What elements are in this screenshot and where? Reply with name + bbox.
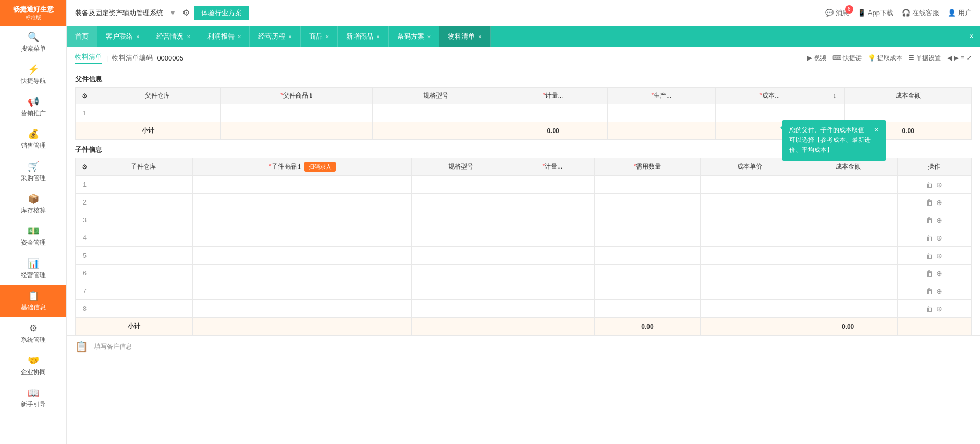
copy-icon-7[interactable]: ⊕ (936, 287, 942, 295)
next-page-icon[interactable]: ▶ (954, 54, 959, 62)
sidebar-item-快捷导航[interactable]: ⚡ 快捷导航 (0, 58, 66, 91)
child-row-7-product[interactable] (192, 282, 412, 300)
child-row-4-unit[interactable] (510, 229, 595, 247)
child-row-7-unit[interactable] (510, 282, 595, 300)
child-row-4-unit-cost[interactable] (700, 229, 799, 247)
copy-icon-3[interactable]: ⊕ (936, 216, 942, 224)
child-row-3-needed[interactable] (595, 211, 701, 229)
child-row-1-warehouse[interactable] (94, 176, 193, 194)
nav-tab-8[interactable]: 物料清单× (439, 26, 490, 47)
app-download-button[interactable]: 📱 App下载 (858, 8, 893, 18)
delete-icon-5[interactable]: 🗑 (926, 251, 933, 260)
nav-tab-5[interactable]: 商品× (301, 26, 338, 47)
child-row-7-spec[interactable] (412, 282, 510, 300)
sidebar-item-资金管理[interactable]: 💵 资金管理 (0, 220, 66, 253)
child-row-5-product[interactable] (192, 247, 412, 265)
child-row-3-product[interactable] (192, 211, 412, 229)
expand-icon[interactable]: ⤢ (966, 54, 972, 62)
child-row-4-spec[interactable] (412, 229, 510, 247)
copy-icon-6[interactable]: ⊕ (936, 269, 942, 278)
child-row-1-unit-cost[interactable] (700, 176, 799, 194)
bill-code-tab[interactable]: 物料清单编码 (112, 53, 153, 63)
nav-tab-close-6[interactable]: × (376, 33, 379, 40)
user-button[interactable]: 👤 用户 (948, 8, 972, 18)
nav-tab-3[interactable]: 利润报告× (199, 26, 250, 47)
sidebar-item-采购管理[interactable]: 🛒 采购管理 (0, 155, 66, 188)
child-row-5-needed[interactable] (595, 247, 701, 265)
parent-row-1-production[interactable] (607, 104, 716, 122)
online-service-button[interactable]: 🎧 在线客服 (902, 8, 939, 18)
child-row-6-unit-cost[interactable] (700, 265, 799, 282)
child-row-3-unit[interactable] (510, 211, 595, 229)
sidebar-item-营销推广[interactable]: 📢 营销推广 (0, 91, 66, 123)
child-row-6-spec[interactable] (412, 265, 510, 282)
nav-tab-close-1[interactable]: × (136, 33, 139, 40)
video-action[interactable]: ▶ 视频 (807, 54, 826, 63)
note-icon[interactable]: 📋 (75, 340, 88, 353)
child-row-3-spec[interactable] (412, 211, 510, 229)
child-row-4-product[interactable] (192, 229, 412, 247)
delete-icon-7[interactable]: 🗑 (926, 287, 933, 295)
child-row-1-unit[interactable] (510, 176, 595, 194)
child-row-5-unit-cost[interactable] (700, 247, 799, 265)
delete-icon-4[interactable]: 🗑 (926, 234, 933, 242)
child-row-4-warehouse[interactable] (94, 229, 193, 247)
sidebar-item-基础信息[interactable]: 📋 基础信息 (0, 285, 66, 317)
scan-button[interactable]: 扫码录入 (304, 162, 336, 172)
child-row-7-unit-cost[interactable] (700, 282, 799, 300)
child-row-2-unit-cost[interactable] (700, 194, 799, 211)
nav-tab-1[interactable]: 客户联络× (97, 26, 148, 47)
dropdown-icon[interactable]: ▼ (169, 9, 176, 17)
tooltip-close-icon[interactable]: ✕ (874, 125, 879, 135)
child-row-6-warehouse[interactable] (94, 265, 193, 282)
sidebar-item-搜索菜单[interactable]: 🔍 搜索菜单 (0, 26, 66, 58)
parent-row-1-unit[interactable] (499, 104, 607, 122)
nav-tab-close-5[interactable]: × (326, 33, 329, 40)
copy-icon-1[interactable]: ⊕ (936, 181, 942, 189)
cost-action[interactable]: 💡 提取成本 (868, 54, 902, 63)
child-row-2-unit[interactable] (510, 194, 595, 211)
child-row-3-unit-cost[interactable] (700, 211, 799, 229)
nav-tab-close-8[interactable]: × (478, 33, 481, 40)
copy-icon-2[interactable]: ⊕ (936, 198, 942, 207)
settings-action[interactable]: ☰ 单据设置 (909, 54, 941, 63)
parent-row-1-cost[interactable] (716, 104, 824, 122)
nav-tab-7[interactable]: 条码方案× (389, 26, 439, 47)
sidebar-item-库存核算[interactable]: 📦 库存核算 (0, 188, 66, 220)
child-col-gear[interactable]: ⚙ (76, 158, 94, 176)
delete-icon-1[interactable]: 🗑 (926, 181, 933, 189)
nav-tab-close-2[interactable]: × (187, 33, 190, 40)
nav-tab-close-3[interactable]: × (238, 33, 241, 40)
nav-tab-6[interactable]: 新增商品× (338, 26, 388, 47)
parent-row-1-spec[interactable] (372, 104, 499, 122)
trial-button[interactable]: 体验行业方案 (194, 6, 249, 20)
menu-icon[interactable]: ≡ (961, 54, 964, 62)
child-row-1-needed[interactable] (595, 176, 701, 194)
child-row-2-warehouse[interactable] (94, 194, 193, 211)
child-row-2-product[interactable] (192, 194, 412, 211)
child-row-8-warehouse[interactable] (94, 300, 193, 318)
copy-icon-4[interactable]: ⊕ (936, 234, 942, 242)
delete-icon-6[interactable]: 🗑 (926, 269, 933, 278)
sidebar-item-企业协同[interactable]: 🤝 企业协同 (0, 350, 66, 382)
child-row-2-spec[interactable] (412, 194, 510, 211)
child-row-8-product[interactable] (192, 300, 412, 318)
gear-icon[interactable]: ⚙ (182, 8, 190, 18)
shortcut-action[interactable]: ⌨ 快捷键 (832, 54, 862, 63)
child-row-8-spec[interactable] (412, 300, 510, 318)
child-row-1-product[interactable] (192, 176, 412, 194)
delete-icon-8[interactable]: 🗑 (926, 305, 933, 313)
parent-row-1-warehouse[interactable] (94, 104, 221, 122)
child-row-8-unit-cost[interactable] (700, 300, 799, 318)
nav-tab-close-4[interactable]: × (288, 33, 291, 40)
bill-list-tab[interactable]: 物料清单 (75, 52, 102, 64)
child-row-7-needed[interactable] (595, 282, 701, 300)
sidebar-item-新手引导[interactable]: 📖 新手引导 (0, 382, 66, 414)
child-row-6-unit[interactable] (510, 265, 595, 282)
prev-page-icon[interactable]: ◀ (947, 54, 952, 62)
copy-icon-8[interactable]: ⊕ (936, 305, 942, 313)
nav-tab-2[interactable]: 经营情况× (148, 26, 199, 47)
child-row-5-warehouse[interactable] (94, 247, 193, 265)
nav-tab-close-7[interactable]: × (427, 33, 431, 40)
copy-icon-5[interactable]: ⊕ (936, 251, 942, 260)
